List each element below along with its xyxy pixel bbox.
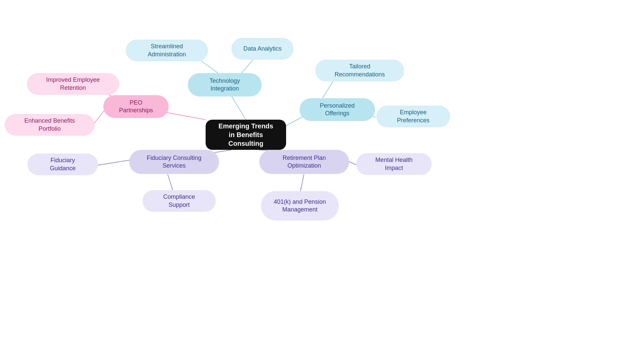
- peo-partnerships-node: PEO Partnerships: [103, 95, 169, 118]
- technology-integration-label: Technology Integration: [197, 77, 252, 93]
- personalized-offerings-label: Personalized Offerings: [309, 102, 366, 118]
- svg-line-11: [168, 174, 173, 190]
- enhanced-benefits-portfolio-node: Enhanced Benefits Portfolio: [5, 114, 95, 136]
- streamlined-administration-label: Streamlined Administration: [135, 43, 199, 58]
- compliance-support-label: Compliance Support: [152, 193, 206, 209]
- fiduciary-guidance-label: Fiduciary Guidance: [37, 157, 89, 172]
- data-analytics-node: Data Analytics: [231, 38, 293, 60]
- pension-management-node: 401(k) and Pension Management: [261, 191, 339, 221]
- pension-management-label: 401(k) and Pension Management: [270, 198, 329, 214]
- svg-line-14: [300, 174, 304, 193]
- compliance-support-node: Compliance Support: [143, 190, 216, 212]
- improved-employee-retention-label: Improved Employee Retention: [36, 76, 110, 92]
- data-analytics-label: Data Analytics: [243, 45, 281, 53]
- personalized-offerings-node: Personalized Offerings: [300, 98, 375, 121]
- improved-employee-retention-node: Improved Employee Retention: [27, 73, 119, 95]
- fiduciary-guidance-node: Fiduciary Guidance: [28, 154, 98, 175]
- svg-line-9: [215, 150, 231, 153]
- mental-health-node: Mental Health Impact: [356, 153, 432, 175]
- fiduciary-consulting-node: Fiduciary Consulting Services: [129, 150, 219, 174]
- center-label: Emerging Trends in Benefits Consulting: [215, 122, 277, 148]
- center-node: Emerging Trends in Benefits Consulting: [206, 120, 286, 150]
- streamlined-administration-node: Streamlined Administration: [126, 40, 208, 61]
- retirement-plan-node: Retirement Plan Optimization: [259, 150, 349, 174]
- fiduciary-consulting-label: Fiduciary Consulting Services: [139, 154, 210, 170]
- enhanced-benefits-portfolio-label: Enhanced Benefits Portfolio: [14, 117, 85, 133]
- tailored-recommendations-label: Tailored Recommendations: [325, 63, 395, 78]
- retirement-plan-label: Retirement Plan Optimization: [269, 154, 340, 170]
- mental-health-label: Mental Health Impact: [366, 156, 422, 172]
- employee-preferences-node: Employee Preferences: [376, 106, 450, 127]
- tailored-recommendations-node: Tailored Recommendations: [315, 60, 404, 81]
- employee-preferences-label: Employee Preferences: [386, 109, 441, 124]
- peo-partnerships-label: PEO Partnerships: [113, 99, 159, 115]
- technology-integration-node: Technology Integration: [188, 73, 262, 97]
